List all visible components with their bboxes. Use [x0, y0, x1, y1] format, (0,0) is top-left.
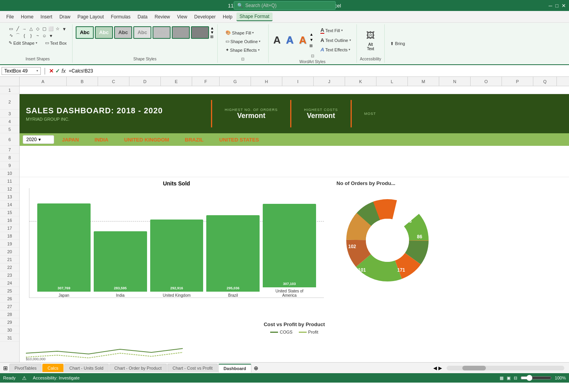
scroll-thumb[interactable] [462, 366, 486, 370]
text-box-button[interactable]: ▭ Text Box [43, 39, 69, 47]
add-tab-button[interactable]: ⊕ [254, 365, 258, 371]
star-icon[interactable]: ☆ [55, 26, 61, 32]
smiley-icon[interactable]: ☺ [42, 33, 47, 38]
col-header-b[interactable]: B [67, 77, 98, 86]
wordart-a-plain[interactable]: A [272, 34, 282, 46]
col-header-c[interactable]: C [98, 77, 129, 86]
bracket-icon[interactable]: } [28, 33, 34, 38]
col-header-a[interactable]: A [20, 77, 67, 86]
arrow-icon[interactable]: → [22, 26, 27, 32]
tab-chart-units-sold[interactable]: Chart - Units Sold [64, 364, 109, 372]
col-header-q[interactable]: Q [533, 77, 557, 86]
tab-pivot-tables[interactable]: PivotTables [9, 364, 42, 372]
col-header-g[interactable]: G [220, 77, 251, 86]
curve-icon[interactable]: ∿ [8, 33, 14, 38]
tab-chart-order-by-product[interactable]: Chart - Order by Product [109, 364, 167, 372]
diamond-icon[interactable]: ◇ [35, 26, 41, 32]
zoom-slider[interactable] [520, 375, 552, 381]
tab-chart-cost-vs-profit[interactable]: Chart - Cost vs Profit [167, 364, 218, 372]
view-layout-icon[interactable]: ▣ [507, 376, 511, 381]
text-fill-button[interactable]: A Text Fill ▾ [318, 26, 353, 35]
shape-outline-button[interactable]: ▭ Shape Outline ▾ [223, 38, 263, 45]
scroll-left-button[interactable]: ◀ [433, 365, 437, 371]
more-shapes-icon[interactable]: ▼ [62, 26, 67, 32]
add-sheet-button[interactable]: ⊞ [2, 365, 9, 371]
round-rect-icon[interactable]: ▢ [42, 26, 47, 32]
text-effects-button[interactable]: A Text Effects ▾ [318, 45, 353, 54]
col-header-j[interactable]: J [314, 77, 345, 86]
scroll-right-button[interactable]: ▶ [438, 365, 442, 371]
formula-input[interactable] [67, 67, 567, 74]
menu-developer[interactable]: Developer [191, 13, 219, 21]
tab-dashboard[interactable]: Dashboard [218, 364, 251, 372]
horizontal-scrollbar[interactable] [447, 366, 564, 370]
brace-icon[interactable]: { [22, 33, 27, 38]
menu-formulas[interactable]: Formulas [108, 13, 134, 21]
shape-style-5[interactable]: Abc [153, 26, 171, 39]
formula-function-button[interactable]: fx [62, 68, 66, 74]
search-box[interactable]: 🔍 Search (Alt+Q) [234, 1, 336, 10]
triangle-icon[interactable]: △ [28, 26, 34, 32]
wordart-scroll-down[interactable]: ▼ [309, 38, 313, 42]
rect-icon[interactable]: ▭ [8, 26, 14, 32]
menu-home[interactable]: Home [18, 13, 36, 21]
menu-file[interactable]: File [3, 13, 17, 21]
menu-view[interactable]: View [174, 13, 191, 21]
shape-style-2[interactable]: Abc [95, 26, 113, 39]
freeform-icon[interactable]: ⌒ [15, 33, 21, 38]
col-header-l[interactable]: L [376, 77, 408, 86]
year-select[interactable]: 2020 ▾ [23, 135, 54, 144]
col-header-i[interactable]: I [282, 77, 314, 86]
shape-style-3[interactable]: Abc [114, 26, 132, 39]
shape-styles-scroll-up[interactable]: ▲ [210, 26, 214, 30]
wave-icon[interactable]: ~ [35, 33, 41, 38]
wordart-a-shadow[interactable]: A [297, 34, 308, 46]
text-outline-button[interactable]: A Text Outline ▾ [318, 36, 353, 44]
col-header-o[interactable]: O [471, 77, 502, 86]
view-normal-icon[interactable]: ▦ [500, 376, 504, 381]
menu-insert[interactable]: Insert [37, 13, 55, 21]
wordart-a-outline[interactable]: A [285, 34, 295, 46]
col-header-f[interactable]: F [192, 77, 220, 86]
shape-styles-scroll-down[interactable]: ▼ [210, 30, 214, 34]
wordart-expand[interactable]: ⊞ [309, 44, 313, 48]
menu-shape-format[interactable]: Shape Format [236, 13, 273, 21]
heart-icon[interactable]: ♥ [48, 33, 54, 38]
shape-styles-expand[interactable]: ⊞ [210, 34, 214, 39]
shape-style-1[interactable]: Abc [76, 26, 94, 39]
country-japan: JAPAN [54, 137, 87, 143]
col-header-m[interactable]: M [408, 77, 439, 86]
close-icon[interactable]: ✕ [562, 3, 566, 9]
kpi-orders: HIGHEST NO. OF ORDERS Vermont [215, 94, 287, 133]
wordart-expand-icon[interactable]: ⊡ [311, 54, 314, 58]
menu-help[interactable]: Help [220, 13, 236, 21]
wordart-scroll-up[interactable]: ▲ [309, 32, 313, 36]
edit-shape-button[interactable]: ✎ Edit Shape ▾ [6, 39, 40, 47]
col-header-h[interactable]: H [251, 77, 282, 86]
line-icon[interactable]: ╱ [15, 26, 21, 32]
tab-calcs[interactable]: Calcs [42, 364, 64, 372]
formula-cancel-button[interactable]: ✕ [49, 68, 54, 74]
col-header-k[interactable]: K [345, 77, 376, 86]
minimize-icon[interactable]: ─ [549, 3, 552, 9]
shape-style-4[interactable]: Abc [133, 26, 151, 39]
col-header-d[interactable]: D [129, 77, 161, 86]
formula-confirm-button[interactable]: ✓ [55, 68, 60, 74]
menu-data[interactable]: Data [135, 13, 151, 21]
bring-forward-button[interactable]: ⬆ Bring [388, 40, 407, 47]
col-header-p[interactable]: P [502, 77, 533, 86]
menu-page-layout[interactable]: Page Layout [74, 13, 107, 21]
shape-options-expand-icon[interactable]: ⊡ [241, 57, 244, 61]
view-page-break-icon[interactable]: ⊟ [514, 376, 517, 381]
maximize-icon[interactable]: □ [555, 3, 558, 9]
shape-style-7[interactable]: Abc [191, 26, 209, 39]
cylinder-icon[interactable]: ⬜ [48, 26, 54, 32]
name-box[interactable]: TextBox 49 ▾ [2, 67, 41, 75]
shape-effects-button[interactable]: ✦ Shape Effects ▾ [223, 46, 263, 54]
shape-style-6[interactable]: Abc [172, 26, 190, 39]
shape-fill-button[interactable]: 🎨 Shape Fill ▾ [223, 29, 263, 36]
col-header-e[interactable]: E [161, 77, 192, 86]
menu-review[interactable]: Review [151, 13, 173, 21]
menu-draw[interactable]: Draw [56, 13, 73, 21]
col-header-n[interactable]: N [439, 77, 471, 86]
